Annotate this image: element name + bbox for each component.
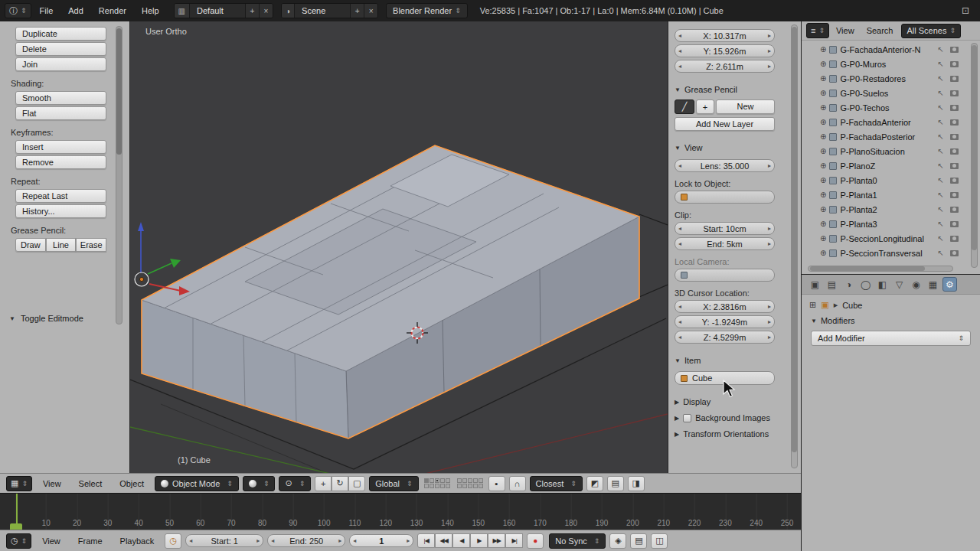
keying-option-icon[interactable]: ◈ [609, 533, 626, 549]
scrollbar-thumb[interactable] [972, 45, 977, 250]
playback-button[interactable]: |◀ [417, 533, 435, 548]
playback-button[interactable]: ▶▶ [488, 533, 505, 548]
render-toggle-icon[interactable] [950, 207, 959, 213]
expand-icon[interactable]: ⊕ [820, 249, 826, 257]
viewport-shading-dropdown[interactable]: ⇕ [243, 476, 276, 491]
properties-tab-icon[interactable]: ▽ [892, 277, 906, 292]
translate-manipulator-icon[interactable]: + [315, 476, 332, 491]
sync-mode-dropdown[interactable]: No Sync ⇕ [549, 533, 606, 549]
cursor-coordinate-value[interactable]: Z: 4.5299m [681, 333, 768, 342]
scrollbar-thumb[interactable] [792, 27, 797, 452]
repeat-button[interactable]: History... [15, 204, 106, 218]
outliner-item[interactable]: ⊕ P-PlanoSituacion ↖ [802, 144, 980, 158]
snap-target-dropdown[interactable]: Closest ⇕ [530, 476, 583, 491]
clip-end-value[interactable]: End: 5km [681, 240, 768, 249]
keying-option-icon[interactable]: ▤ [630, 533, 647, 549]
selectable-toggle-icon[interactable]: ↖ [938, 45, 944, 54]
selectable-toggle-icon[interactable]: ↖ [938, 60, 944, 68]
timeline-ruler[interactable]: 1020304050607080901001101201301401501601… [0, 493, 801, 530]
snap-magnet-icon[interactable]: ∩ [509, 476, 526, 491]
render-option-icon[interactable]: ◩ [586, 476, 603, 491]
cursor-coordinate-field[interactable]: ◂ Z: 4.5299m ▸ [675, 331, 775, 344]
expand-icon[interactable]: ⊕ [820, 205, 826, 214]
cursor-coordinate-value[interactable]: Y: -1.9249m [681, 318, 768, 327]
grease-pencil-draw-icon[interactable]: ╱ [675, 99, 694, 114]
view-panel-header[interactable]: ▼ View [675, 143, 775, 152]
repeat-button[interactable]: Repeat Last [15, 189, 106, 203]
outliner-item-label[interactable]: P-PlanoZ [840, 161, 875, 171]
render-engine-dropdown[interactable]: Blender Render ⇕ [386, 3, 468, 18]
menu-item[interactable]: Add [61, 3, 90, 18]
dimension-value[interactable]: Y: 15.926m [681, 47, 768, 56]
selectable-toggle-icon[interactable]: ↖ [938, 161, 944, 170]
outliner-item[interactable]: ⊕ G-P0-Muros ↖ [802, 57, 980, 71]
building-model[interactable] [142, 145, 639, 439]
add-scene-button[interactable]: + [350, 4, 364, 18]
expand-icon[interactable]: ⊕ [820, 103, 826, 112]
expand-icon[interactable]: ⊕ [820, 176, 826, 184]
selectable-toggle-icon[interactable]: ↖ [938, 234, 944, 243]
delete-layout-button[interactable]: × [259, 4, 273, 18]
properties-tab-icon[interactable]: ▣ [808, 277, 822, 292]
menu-item[interactable]: View [831, 23, 860, 38]
properties-tab-icon[interactable]: ◯ [858, 277, 873, 292]
outliner-item-label[interactable]: G-P0-Techos [840, 103, 889, 112]
outliner-item-label[interactable]: P-Planta0 [840, 176, 877, 185]
frame-end-value[interactable]: End: 250 [274, 536, 338, 546]
rotate-manipulator-icon[interactable]: ↻ [332, 476, 348, 491]
menu-item[interactable]: Search [861, 23, 899, 38]
selectable-toggle-icon[interactable]: ↖ [938, 89, 944, 97]
viewport-canvas[interactable] [130, 21, 668, 473]
outliner-horizontal-scrollbar[interactable] [808, 266, 953, 272]
tool-shelf-scrollbar[interactable] [116, 26, 122, 324]
keyframe-button[interactable]: Remove [15, 155, 106, 169]
toggle-editmode-panel[interactable]: ▼ Toggle Editmode [9, 314, 106, 323]
menu-item[interactable]: View [36, 476, 68, 491]
outliner-item-label[interactable]: P-Planta2 [840, 205, 877, 214]
dimension-field[interactable]: ◂ Z: 2.611m ▸ [675, 60, 775, 73]
grease-pencil-new-button[interactable]: New [716, 99, 775, 114]
outliner-item-label[interactable]: P-PlanoSituacion [840, 147, 904, 156]
increment-arrow-icon[interactable]: ▸ [768, 162, 771, 169]
expand-icon[interactable]: ⊕ [820, 60, 826, 68]
render-toggle-icon[interactable] [950, 178, 959, 184]
outliner-item[interactable]: ⊕ P-SeccionLongitudinal ↖ [802, 231, 980, 246]
cursor-coordinate-field[interactable]: ◂ X: 2.3816m ▸ [675, 300, 775, 313]
scene-name[interactable]: Scene [295, 6, 350, 15]
tool-button[interactable]: Join [15, 57, 106, 71]
increment-arrow-icon[interactable]: ▸ [407, 537, 410, 544]
editor-type-button[interactable]: ≡ ⇕ [806, 23, 829, 38]
outliner-item[interactable]: ⊕ P-PlanoZ ↖ [802, 158, 980, 173]
outliner-item[interactable]: ⊕ P-FachadaPosterior ↖ [802, 129, 980, 144]
current-frame-value[interactable]: 1 [356, 536, 407, 546]
menu-item[interactable]: File [33, 3, 60, 18]
playback-button[interactable]: ◀ [452, 533, 470, 548]
n-panel-scrollbar[interactable] [791, 24, 798, 468]
increment-arrow-icon[interactable]: ▸ [768, 334, 771, 341]
layers-widget-right[interactable] [457, 478, 483, 488]
menu-item[interactable]: Help [135, 3, 166, 18]
increment-arrow-icon[interactable]: ▸ [768, 225, 771, 232]
increment-arrow-icon[interactable]: ▸ [768, 47, 771, 54]
outliner-item[interactable]: ⊕ P-Planta2 ↖ [802, 202, 980, 217]
window-duplicate-icon[interactable]: ⊡ [956, 5, 975, 16]
expand-icon[interactable]: ⊕ [820, 234, 826, 243]
render-toggle-icon[interactable] [950, 250, 959, 256]
playback-button[interactable]: ▶| [505, 533, 523, 548]
pivot-point-dropdown[interactable]: ⊙ ⇕ [279, 476, 311, 491]
increment-arrow-icon[interactable]: ▸ [768, 318, 771, 325]
editor-type-button[interactable]: ▦ ⇕ [6, 476, 32, 491]
outliner-item-label[interactable]: P-Planta1 [840, 191, 877, 200]
record-button[interactable]: ● [527, 533, 544, 549]
outliner-item[interactable]: ⊕ P-Planta0 ↖ [802, 173, 980, 187]
outliner-scrollbar[interactable] [971, 43, 978, 268]
grease-pencil-tool-button[interactable]: Draw [15, 238, 46, 252]
outliner-item[interactable]: ⊕ G-P0-Restadores ↖ [802, 71, 980, 86]
dimension-value[interactable]: X: 10.317m [681, 31, 768, 41]
outliner-item-label[interactable]: P-SeccionLongitudinal [840, 234, 923, 243]
add-modifier-dropdown[interactable]: Add Modifier ⇕ [811, 331, 971, 346]
menu-item[interactable]: Render [92, 3, 133, 18]
layers-widget-left[interactable] [424, 478, 450, 488]
increment-arrow-icon[interactable]: ▸ [768, 240, 771, 247]
playback-button[interactable]: ▶ [470, 533, 488, 548]
